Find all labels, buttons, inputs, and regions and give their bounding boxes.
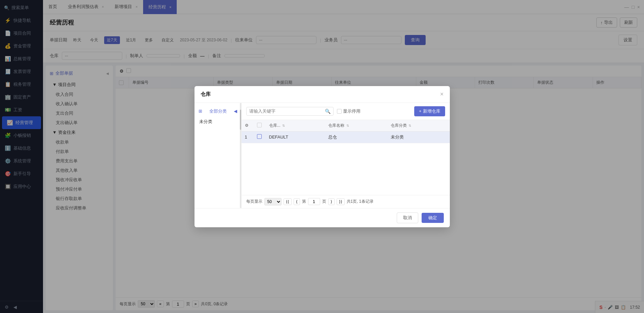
row-seq: 1 [242, 131, 254, 143]
table-row[interactable]: 1 DEFAULT 总仓 未分类 [242, 131, 450, 143]
modal-page-input[interactable] [308, 198, 320, 205]
modal-select-all[interactable] [257, 123, 262, 127]
modal-total-label: 共1页, 1条记录 [347, 199, 374, 204]
modal-header: 仓库 × [195, 86, 450, 103]
th-settings: ⚙ [242, 120, 254, 131]
sort-icon-cat: ⇅ [409, 124, 411, 127]
row-code: DEFAULT [266, 131, 325, 143]
cancel-button[interactable]: 取消 [397, 212, 418, 223]
modal-left-scrollbar[interactable] [240, 103, 241, 208]
modal-search-box[interactable]: 🔍 [246, 107, 334, 116]
show-disabled-label[interactable]: 显示停用 [337, 108, 360, 114]
modal-title: 仓库 [201, 91, 211, 97]
row-name: 总仓 [325, 131, 387, 143]
show-disabled-checkbox[interactable] [337, 109, 342, 114]
th-warehouse-category[interactable]: 仓库分类 ⇅ [387, 120, 450, 131]
modal-table: ⚙ 仓库... ⇅ 仓库名称 ⇅ [242, 120, 450, 195]
modal-footer: 取消 确定 [195, 208, 450, 227]
show-disabled-text: 显示停用 [343, 108, 360, 114]
modal-all-categories[interactable]: ⊞ 全部分类 ◀ [195, 106, 241, 116]
modal-uncategorized[interactable]: 未分类 [195, 116, 241, 127]
modal-first-btn[interactable]: ⟨⟨ [284, 198, 292, 205]
modal-search-input[interactable] [249, 109, 325, 114]
modal-overlay: 仓库 × ⊞ 全部分类 ◀ 未分类 [0, 0, 644, 313]
modal-close-button[interactable]: × [440, 91, 444, 98]
modal-right-panel: 🔍 显示停用 + 新增仓库 [242, 103, 450, 208]
add-icon: + [419, 109, 422, 114]
sort-icon-id: ⇅ [282, 124, 285, 127]
modal-toolbar: 🔍 显示停用 + 新增仓库 [242, 103, 450, 120]
add-warehouse-button[interactable]: + 新增仓库 [414, 106, 445, 116]
modal-page-label-prefix: 第 [302, 199, 306, 204]
sort-icon-name: ⇅ [346, 124, 349, 127]
modal-next-btn[interactable]: ⟩ [328, 198, 335, 205]
th-select-all [254, 120, 266, 131]
th-warehouse-id[interactable]: 仓库... ⇅ [266, 120, 325, 131]
modal-per-page-label: 每页显示 [246, 199, 262, 204]
modal-per-page-select[interactable]: 50 100 [264, 198, 282, 205]
collapse-modal-icon[interactable]: ◀ [234, 109, 237, 114]
modal-last-btn[interactable]: ⟩⟩ [337, 198, 345, 205]
row-category: 未分类 [387, 131, 450, 143]
grid-icon2: ⊞ [199, 109, 202, 114]
uncategorized-label: 未分类 [199, 119, 212, 124]
modal-search-icon: 🔍 [325, 109, 331, 114]
modal-left-panel: ⊞ 全部分类 ◀ 未分类 [195, 103, 242, 208]
modal-prev-btn[interactable]: ⟨ [294, 198, 300, 205]
modal-body: ⊞ 全部分类 ◀ 未分类 🔍 [195, 103, 450, 208]
th-warehouse-name[interactable]: 仓库名称 ⇅ [325, 120, 387, 131]
scrollbar-thumb [240, 110, 241, 130]
all-categories-label: 全部分类 [209, 108, 227, 114]
modal-pagination: 每页显示 50 100 ⟨⟨ ⟨ 第 页 ⟩ ⟩⟩ 共1页, 1条记录 [242, 195, 450, 208]
modal-page-label: 页 [322, 199, 326, 204]
add-btn-label: 新增仓库 [423, 108, 440, 114]
confirm-button[interactable]: 确定 [422, 213, 444, 223]
warehouse-modal: 仓库 × ⊞ 全部分类 ◀ 未分类 [195, 86, 450, 227]
row-checkbox[interactable] [254, 131, 266, 143]
